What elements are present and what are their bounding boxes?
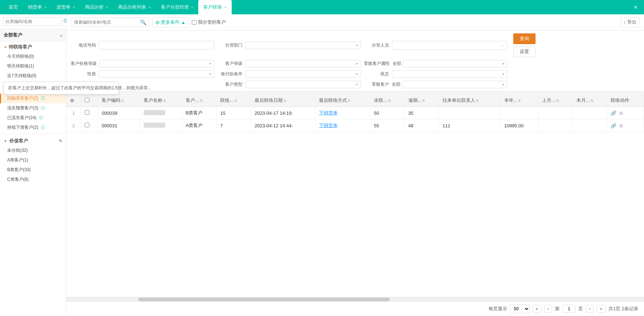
search-wrap: 🔍 — [71, 18, 149, 27]
sidebar: 🔍 全部客户 « ▼ 待联络客户 今天待联络(0) 明天待联络(1) 近7天待联… — [0, 14, 66, 316]
row-1-link-icon[interactable]: 🔗 — [611, 110, 616, 116]
sidebar-item-tomorrow[interactable]: 明天待联络(1) — [0, 61, 66, 71]
select-all-checkbox[interactable] — [85, 98, 89, 102]
sort-contact-count-icon: ⇅ — [234, 99, 237, 103]
price-level-select[interactable]: ▾ — [99, 60, 214, 67]
export-button[interactable]: ↑ 导出 — [620, 17, 640, 27]
sidebar-item-b-type[interactable]: B类客户(33) — [0, 165, 66, 175]
col-overdue[interactable]: 逾期...⇅ — [404, 94, 439, 107]
search-icon[interactable]: 🔍 — [140, 19, 146, 25]
sidebar-item-c-type[interactable]: C类客户(6) — [0, 175, 66, 184]
per-page-select[interactable]: 50 100 200 — [510, 305, 530, 313]
close-customer-tier-tab-icon[interactable]: × — [191, 5, 193, 9]
close-goods-analysis-tab-icon[interactable]: × — [106, 5, 108, 9]
close-customer-contact-tab-icon[interactable]: × — [224, 5, 226, 9]
close-sales-tab-icon[interactable]: × — [44, 5, 46, 9]
sidebar-collapse-icon[interactable]: « — [60, 33, 62, 38]
row-1-grid-icon[interactable]: ⊞ — [619, 110, 623, 116]
nav-item-customer-tier[interactable]: 客户分层经营 × — [156, 0, 198, 14]
prev-page-button[interactable]: ‹ — [544, 305, 552, 313]
my-customer-checkbox-wrap[interactable]: 我分管的客户 — [192, 19, 226, 25]
first-page-button[interactable]: « — [533, 305, 542, 313]
col-name[interactable]: 客户名称⇅ — [140, 94, 182, 107]
col-unit-contact[interactable]: 往来单位联系人⇅ — [439, 94, 500, 107]
table-row: 2 000031 A类客户 7 2023-04-12 14:44: 下销货单 5… — [66, 119, 644, 132]
col-this-year[interactable]: 本年...⇅ — [500, 94, 538, 107]
sidebar-item-churn-warning[interactable]: 流失预警客户(3) ⓘ — [0, 103, 66, 113]
nav-item-goods-analysis[interactable]: 商品分析 × — [80, 0, 113, 14]
filter-phone: 电话号码 — [71, 41, 214, 49]
sidebar-item-7days[interactable]: 近7天待联络(0) — [0, 71, 66, 81]
col-type[interactable]: 客户...⇅ — [182, 94, 217, 107]
col-last-contact-date[interactable]: 最后联络日期⇅ — [251, 94, 315, 107]
more-conditions-btn[interactable]: ⊞ 更多条件 ▲ — [152, 17, 189, 27]
all-customers-header[interactable]: 全部客户 « — [0, 29, 66, 42]
row-1-last-contact-method[interactable]: 下销货单 — [315, 107, 370, 119]
row-2-checkbox[interactable] — [81, 119, 98, 132]
nav-item-customer-contact[interactable]: 客户联络 × — [198, 0, 231, 14]
sort-code-icon: ⇅ — [121, 99, 124, 103]
retail-attr-select[interactable]: ▾ — [403, 60, 508, 67]
nav-item-sales[interactable]: 销货单 × — [23, 0, 51, 14]
nav-item-goods-list[interactable]: 商品分析列表 × — [113, 0, 156, 14]
close-goods-list-tab-icon[interactable]: × — [148, 5, 150, 9]
dept-select[interactable]: ▾ — [245, 42, 361, 49]
person-label: 分管人员 — [364, 42, 389, 48]
sidebar-search-input[interactable] — [3, 17, 62, 26]
nature-select[interactable]: ▾ — [99, 70, 214, 78]
sidebar-item-repurchase-anomaly[interactable]: 回购异常客户(2) ⓘ — [0, 94, 66, 103]
pending-contact-group[interactable]: ▼ 待联络客户 — [0, 42, 66, 52]
window-close-button[interactable]: × — [631, 4, 640, 11]
col-code[interactable]: 客户编码⇅ — [98, 94, 140, 107]
col-last-month[interactable]: 上月...⇅ — [538, 94, 573, 107]
table-header-row: ⚙ 客户编码⇅ 客户名称⇅ 客户...⇅ — [66, 94, 644, 107]
settings-col-icon[interactable]: ⚙ — [70, 98, 74, 103]
row-2-link-icon[interactable]: 🔗 — [611, 123, 616, 128]
sidebar-item-churned[interactable]: 已流失客户(24) ⓘ — [0, 113, 66, 123]
phone-input[interactable] — [99, 41, 214, 49]
row-2-last-contact-method[interactable]: 下销货单 — [315, 119, 370, 132]
row-2-method-link[interactable]: 下销货单 — [319, 123, 338, 128]
search-input[interactable] — [74, 20, 139, 25]
col-checkbox[interactable] — [81, 94, 98, 107]
col-contact-count[interactable]: 联络...⇅ — [217, 94, 251, 107]
row-1-action-icons: 🔗 ⊞ — [611, 110, 640, 116]
row-1-checkbox[interactable] — [81, 107, 98, 119]
filter-row-4: ··· 客户类型 ▾ 零散客户 全部 ▾ — [71, 81, 640, 88]
my-customer-checkbox[interactable] — [192, 20, 196, 25]
row-1-last-month — [538, 107, 573, 119]
retail-customer-select[interactable]: ▾ — [402, 81, 508, 88]
sort-last-month-icon: ⇅ — [556, 99, 559, 103]
data-table-wrap: ⚙ 客户编码⇅ 客户名称⇅ 客户...⇅ — [66, 94, 644, 297]
close-purchase-tab-icon[interactable]: × — [73, 5, 75, 9]
col-settings[interactable]: ⚙ — [66, 94, 81, 107]
col-last-contact-method[interactable]: 最后联络方式⇅ — [315, 94, 370, 107]
horizontal-scrollbar[interactable] — [66, 297, 644, 301]
value-customer-edit-icon[interactable]: ✎ — [59, 138, 62, 144]
col-no-contact[interactable]: 未联...⇅ — [370, 94, 404, 107]
sidebar-item-ungrouped[interactable]: 未分组(32) — [0, 146, 66, 155]
sidebar-item-a-type[interactable]: A类客户(1) — [0, 155, 66, 165]
status-select[interactable]: ▾ — [392, 70, 508, 78]
last-page-button[interactable]: » — [597, 305, 606, 313]
nav-item-purchase[interactable]: 进货单 × — [51, 0, 80, 14]
row-2-grid-icon[interactable]: ⊞ — [619, 123, 623, 128]
row-1-method-link[interactable]: 下销货单 — [319, 110, 338, 115]
customer-level-chevron-icon: ▾ — [356, 62, 358, 66]
settings-button[interactable]: 设置 — [513, 46, 536, 57]
customer-level-select[interactable]: ▾ — [245, 60, 361, 67]
person-input[interactable]: ··· — [392, 41, 508, 50]
scrollbar-thumb[interactable] — [138, 298, 390, 301]
page-number-input[interactable] — [562, 305, 575, 313]
query-button[interactable]: 查询 — [513, 33, 536, 44]
value-customer-group[interactable]: ▼ 价值客户 ✎ — [0, 136, 66, 146]
price-level-label: 客户价格等级 — [71, 61, 97, 67]
person-dots[interactable]: ··· — [500, 43, 504, 48]
next-page-button[interactable]: › — [586, 305, 594, 313]
customer-type-select[interactable]: ▾ — [245, 81, 361, 88]
col-this-month[interactable]: 本月...⇅ — [573, 94, 607, 107]
nav-item-home[interactable]: 首页 — [4, 0, 23, 14]
sidebar-item-declining[interactable]: 持续下滑客户(2) ⓘ — [0, 123, 66, 132]
payment-select[interactable]: ▾ — [245, 70, 361, 78]
sidebar-item-today[interactable]: 今天待联络(0) — [0, 52, 66, 61]
